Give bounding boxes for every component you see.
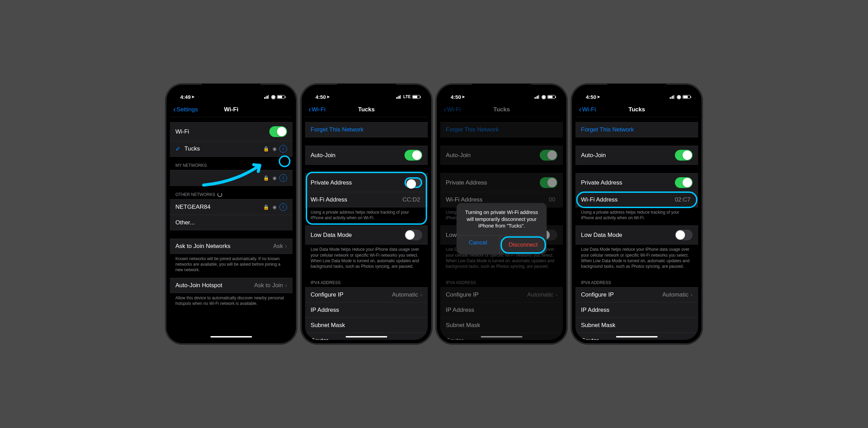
forget-label: Forget This Network: [311, 126, 364, 133]
location-icon: ➤: [597, 95, 600, 99]
chevron-left-icon: ‹: [173, 106, 176, 113]
other-network-cell[interactable]: NETGEAR84 🔒 ◉ i: [170, 199, 293, 215]
auto-hotspot-label: Auto-Join Hotspot: [175, 282, 254, 289]
chevron-right-icon: ›: [691, 291, 693, 298]
connected-network-cell[interactable]: ✓ Tucks 🔒 ◉ i: [170, 141, 293, 157]
ip-address-label: IP Address: [311, 307, 422, 314]
check-icon: ✓: [175, 145, 180, 153]
battery-icon: [547, 95, 555, 99]
wifi-address-label: Wi-Fi Address: [581, 196, 675, 203]
private-address-label: Private Address: [311, 179, 405, 186]
lock-icon: 🔒: [263, 175, 269, 181]
configure-ip-label: Configure IP: [311, 291, 392, 298]
configure-ip-cell[interactable]: Configure IP Automatic ›: [575, 287, 698, 302]
home-indicator[interactable]: [210, 336, 252, 337]
location-icon: ➤: [327, 95, 330, 99]
phone-1: 4:49 ➤ ◉ ‹ Settings Wi-Fi Wi-Fi ✓: [166, 84, 297, 344]
alert-disconnect-button[interactable]: Disconnect: [501, 236, 546, 254]
cellular-icon: [396, 95, 401, 99]
nav-bar: ‹ Settings Wi-Fi: [170, 102, 293, 117]
low-data-toggle[interactable]: [405, 230, 422, 240]
battery-icon: [412, 95, 420, 99]
home-indicator[interactable]: [346, 336, 387, 337]
low-data-toggle[interactable]: [675, 230, 693, 240]
network-type: LTE: [403, 94, 411, 99]
info-icon[interactable]: i: [279, 145, 287, 153]
private-address-toggle[interactable]: [675, 177, 693, 188]
auto-join-cell[interactable]: Auto-Join: [305, 146, 428, 165]
wifi-toggle-label: Wi-Fi: [175, 128, 269, 135]
chevron-right-icon: ›: [420, 291, 422, 298]
battery-icon: [277, 95, 285, 99]
wifi-icon: ◉: [272, 204, 277, 210]
wifi-icon: ◉: [272, 146, 277, 152]
back-button[interactable]: ‹ Wi-Fi: [309, 106, 326, 113]
back-button[interactable]: ‹ Wi-Fi: [579, 106, 596, 113]
subnet-mask-cell: Subnet Mask: [575, 318, 698, 333]
auto-hotspot-footer: Allow this device to automatically disco…: [170, 293, 293, 311]
low-data-label: Low Data Mode: [581, 232, 675, 239]
subnet-label: Subnet Mask: [581, 322, 693, 329]
configure-ip-cell[interactable]: Configure IP Automatic ›: [305, 287, 428, 302]
wifi-address-cell: Wi-Fi Address CC:D2: [305, 192, 428, 207]
ask-join-value: Ask: [273, 243, 283, 250]
configure-ip-label: Configure IP: [581, 291, 662, 298]
wifi-status-icon: ◉: [541, 94, 546, 100]
low-data-footer: Low Data Mode helps reduce your iPhone d…: [305, 245, 428, 274]
wifi-toggle[interactable]: [269, 126, 287, 137]
wifi-status-icon: ◉: [677, 94, 681, 100]
private-address-label: Private Address: [581, 179, 675, 186]
back-button[interactable]: ‹ Settings: [173, 106, 198, 113]
other-networks-header: OTHER NETWORKS: [170, 186, 293, 199]
cellular-icon: [670, 95, 674, 99]
low-data-footer: Low Data Mode helps reduce your iPhone d…: [575, 245, 698, 274]
chevron-left-icon: ‹: [444, 106, 446, 113]
private-address-cell[interactable]: Private Address: [575, 173, 698, 192]
info-icon[interactable]: i: [279, 174, 287, 182]
my-network-cell[interactable]: 🔒 ◉ i: [170, 170, 293, 186]
wifi-toggle-cell[interactable]: Wi-Fi: [170, 122, 293, 141]
phone-3: 4:50 ➤ ◉ ‹ Wi-Fi Tucks Forget This Netwo…: [436, 84, 567, 344]
ipv4-header: IPV4 ADDRESS: [305, 274, 428, 287]
auto-hotspot-value: Ask to Join: [254, 282, 283, 289]
chevron-right-icon: ›: [285, 282, 287, 289]
auto-join-label: Auto-Join: [311, 152, 405, 159]
status-time: 4:49: [180, 94, 191, 100]
configure-ip-value: Automatic: [392, 291, 418, 298]
chevron-left-icon: ‹: [579, 106, 581, 113]
wifi-icon: ◉: [272, 175, 277, 181]
status-time: 4:50: [586, 94, 596, 100]
auto-join-toggle[interactable]: [675, 150, 693, 161]
back-label: Wi-Fi: [582, 106, 596, 113]
auto-join-cell[interactable]: Auto-Join: [575, 146, 698, 165]
back-label: Wi-Fi: [312, 106, 326, 113]
subnet-mask-cell: Subnet Mask: [305, 318, 428, 333]
status-time: 4:50: [315, 94, 326, 100]
forget-label: Forget This Network: [581, 126, 634, 133]
cellular-icon: [264, 95, 269, 99]
forget-network-cell[interactable]: Forget This Network: [575, 122, 698, 137]
ask-join-footer: Known networks will be joined automatica…: [170, 254, 293, 278]
alert-cancel-button[interactable]: Cancel: [457, 236, 500, 254]
nav-bar: ‹ Wi-Fi Tucks: [305, 102, 428, 117]
info-icon[interactable]: i: [279, 203, 287, 211]
auto-join-hotspot-cell[interactable]: Auto-Join Hotspot Ask to Join ›: [170, 278, 293, 293]
ask-to-join-cell[interactable]: Ask to Join Networks Ask ›: [170, 239, 293, 254]
phone-2: 4:50 ➤ LTE ‹ Wi-Fi Tucks Forget This Net…: [301, 84, 432, 344]
low-data-mode-cell[interactable]: Low Data Mode: [305, 225, 428, 245]
forget-network-cell[interactable]: Forget This Network: [305, 122, 428, 137]
wifi-address-value: CC:D2: [402, 196, 420, 203]
other-cell[interactable]: Other...: [170, 215, 293, 230]
auto-join-toggle[interactable]: [405, 150, 422, 161]
alert-dialog: Turning on private Wi-Fi address will te…: [457, 203, 547, 254]
low-data-mode-cell[interactable]: Low Data Mode: [575, 225, 698, 245]
battery-icon: [683, 95, 691, 99]
status-time: 4:50: [451, 94, 461, 100]
private-address-cell[interactable]: Private Address: [305, 173, 428, 192]
my-networks-header: MY NETWORKS: [170, 157, 293, 170]
home-indicator[interactable]: [616, 336, 658, 337]
network-name: NETGEAR84: [175, 204, 263, 211]
private-address-toggle[interactable]: [405, 177, 422, 188]
nav-bar: ‹ Wi-Fi Tucks: [575, 102, 698, 117]
alert-message: Turning on private Wi-Fi address will te…: [457, 203, 547, 235]
